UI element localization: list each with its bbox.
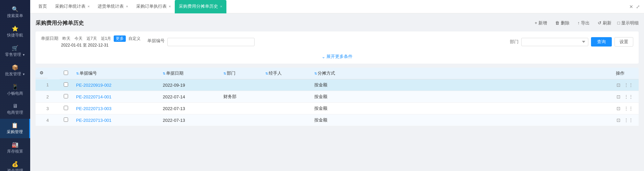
- sidebar-icon-retail: 🛒: [1, 45, 29, 51]
- sidebar-icon-micro: 📱: [1, 84, 29, 90]
- row-dept-1: 财务部: [219, 91, 262, 103]
- tab-close-purchase-order-stats[interactable]: ×: [88, 4, 90, 8]
- filter-area: 单据日期 昨天 今天 近7天 近1月 更多 自定义 2022-01-01 至 2…: [36, 31, 639, 64]
- row-select-0[interactable]: [64, 82, 68, 87]
- sidebar-label-quick: 快捷导航: [7, 33, 23, 37]
- sidebar-label-micro: 小畅电商: [7, 91, 23, 96]
- last1month-btn[interactable]: 近1月: [100, 35, 113, 42]
- sidebar-label-purchase: 采购管理: [7, 130, 23, 134]
- sidebar-item-micro[interactable]: 📱 小畅电商: [0, 80, 30, 100]
- dept-select[interactable]: [521, 38, 588, 46]
- chevron-down-icon: ⌄: [322, 54, 325, 59]
- tab-close-inbound-stats[interactable]: ×: [126, 4, 128, 8]
- row-num-0: 1: [36, 79, 60, 91]
- row-select-2[interactable]: [64, 106, 68, 110]
- close-window-icon[interactable]: ✕: [629, 4, 633, 9]
- more-icon-3[interactable]: ⋮⋮: [623, 117, 634, 123]
- tab-inbound-stats[interactable]: 进货单统计表×: [94, 0, 132, 13]
- fullscreen-icon[interactable]: ⤢: [636, 4, 640, 9]
- delete-button[interactable]: 🗑 删除: [553, 19, 572, 27]
- view-icon-2[interactable]: ⊡: [616, 105, 621, 112]
- tab-close-purchase-order-exec[interactable]: ×: [169, 4, 171, 8]
- row-select-1[interactable]: [64, 94, 68, 98]
- date-range-display: 2022-01-01 至 2022-12-31: [61, 42, 142, 48]
- row-doc-date-2: 2022-07-13: [159, 103, 219, 114]
- expand-filter-wrap: ⌄ 展开更多条件: [41, 51, 633, 60]
- row-action-0: ⊡ ⋮⋮: [612, 79, 639, 91]
- more-icon-2[interactable]: ⋮⋮: [623, 105, 634, 112]
- row-select-3[interactable]: [64, 117, 68, 122]
- sidebar-item-wholesale[interactable]: 📦 批发管理 ▼: [0, 61, 30, 80]
- doc-no-label: 单据编号: [147, 38, 165, 44]
- handler-sort-icon: ⇅: [265, 72, 268, 75]
- tab-purchase-order-stats[interactable]: 采购订单统计表×: [51, 0, 94, 13]
- row-num-2: 3: [36, 103, 60, 114]
- table-body: 1 PE-20220919-002 2022-09-19 按金额 ⊡ ⋮⋮ 2: [36, 79, 639, 126]
- arrow-icon: ▼: [22, 73, 25, 76]
- sidebar-icon-purchase: 📋: [1, 122, 28, 129]
- row-dept-0: [219, 79, 262, 91]
- last7days-btn[interactable]: 近7天: [85, 35, 98, 42]
- expand-filter-label: 展开更多条件: [326, 54, 353, 60]
- sidebar-item-ecommerce[interactable]: 🖥 电商管理: [0, 100, 30, 119]
- doc-no-link-1[interactable]: PE-20220714-001: [76, 94, 112, 99]
- show-cols-button[interactable]: □ 显示明细: [618, 20, 639, 26]
- tabs-right-controls: ✕ ⤢: [629, 4, 640, 9]
- more-icon-1[interactable]: ⋮⋮: [623, 93, 634, 100]
- sidebar-label-wholesale: 批发管理: [5, 72, 21, 76]
- sidebar-item-purchase[interactable]: 📋 采购管理: [0, 119, 30, 138]
- refresh-button[interactable]: ↺ 刷新: [596, 19, 613, 27]
- sidebar-item-inventory[interactable]: 🏭 库存核算: [0, 138, 30, 158]
- tab-home[interactable]: 首页: [34, 0, 51, 13]
- row-doc-no-2: PE-20220713-003: [72, 103, 159, 114]
- arrow-icon: ▼: [22, 53, 25, 57]
- tab-close-purchase-cost-history[interactable]: ×: [220, 4, 222, 8]
- data-table: ⚙ ⇅单据编号 ⇅单据日期 ⇅部门: [36, 68, 639, 126]
- table-row: 1 PE-20220919-002 2022-09-19 按金额 ⊡ ⋮⋮: [36, 79, 639, 91]
- sidebar-icon-search: 🔍: [1, 6, 29, 12]
- expand-filter-button[interactable]: ⌄ 展开更多条件: [322, 54, 353, 60]
- row-doc-no-0: PE-20220919-002: [72, 79, 159, 91]
- tab-purchase-cost-history[interactable]: 采购费用分摊单历史×: [175, 0, 226, 13]
- split-method-sort-icon: ⇅: [314, 72, 317, 75]
- sidebar-item-search[interactable]: 🔍 搜索菜单: [0, 3, 30, 22]
- row-doc-date-3: 2022-07-13: [159, 114, 219, 126]
- doc-no-link-3[interactable]: PE-20220713-001: [76, 118, 112, 123]
- add-button[interactable]: + 新增: [533, 19, 549, 27]
- custom-date-btn[interactable]: 自定义: [127, 35, 142, 42]
- view-icon-1[interactable]: ⊡: [616, 93, 621, 100]
- doc-no-filter-group: 单据编号: [147, 38, 255, 46]
- filter-settings-button[interactable]: 设置: [614, 37, 633, 47]
- row-action-2: ⊡ ⋮⋮: [612, 103, 639, 114]
- sidebar-icon-ecommerce: 🖥: [1, 103, 29, 109]
- row-doc-no-1: PE-20220714-001: [72, 91, 159, 103]
- row-handler-3: [261, 114, 310, 126]
- view-icon-0[interactable]: ⊡: [616, 82, 621, 88]
- export-button[interactable]: ↑ 导出: [576, 19, 592, 27]
- col-split-method-header: ⇅分摊方式: [310, 68, 612, 79]
- sidebar-label-ecommerce: 电商管理: [7, 110, 23, 115]
- sidebar-item-retail[interactable]: 🛒 零售管理 ▼: [0, 41, 30, 61]
- select-all-checkbox[interactable]: [64, 71, 68, 75]
- row-doc-date-0: 2022-09-19: [159, 79, 219, 91]
- tab-label-home: 首页: [38, 3, 47, 9]
- sidebar-item-finance[interactable]: 💰 资金管理: [0, 158, 30, 171]
- doc-no-input[interactable]: [167, 38, 255, 46]
- sidebar-label-inventory: 库存核算: [7, 149, 23, 154]
- col-action-header: 操作: [612, 68, 639, 79]
- settings-icon[interactable]: ⚙: [40, 70, 44, 75]
- row-split-method-2: 按金额: [310, 103, 612, 114]
- doc-no-link-2[interactable]: PE-20220713-003: [76, 106, 112, 111]
- doc-date-sort-icon: ⇅: [163, 72, 165, 75]
- view-icon-3[interactable]: ⊡: [616, 117, 621, 123]
- more-icon-0[interactable]: ⋮⋮: [623, 82, 634, 88]
- tab-purchase-order-exec[interactable]: 采购订单执行表×: [132, 0, 175, 13]
- tabs-bar: 首页采购订单统计表×进货单统计表×采购订单执行表×采购费用分摊单历史× ✕ ⤢: [30, 0, 644, 13]
- query-button[interactable]: 查询: [591, 37, 612, 47]
- sidebar-item-quick[interactable]: ⭐ 快捷导航: [0, 22, 30, 41]
- today-btn[interactable]: 今天: [73, 35, 84, 42]
- more-dates-btn[interactable]: 更多: [114, 35, 126, 42]
- yesterday-btn[interactable]: 昨天: [61, 35, 72, 42]
- sidebar-icon-quick: ⭐: [1, 25, 29, 32]
- doc-no-link-0[interactable]: PE-20220919-002: [76, 83, 112, 88]
